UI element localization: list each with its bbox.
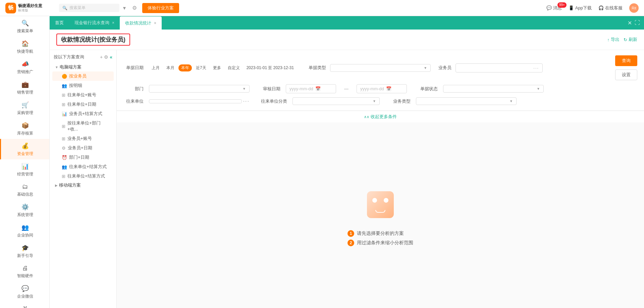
review-date-to[interactable]: yyyy-mm-dd 📅 [357,84,407,93]
sidebar-item-purchase[interactable]: 🛒 采购管理 [0,98,49,118]
tab-bank-flow[interactable]: 现金银行流水查询 × [69,16,120,30]
date-tab-this-year[interactable]: 本年 [178,64,192,71]
tree-child-salesperson-account[interactable]: ⊞ 业务员+账号 [52,134,114,143]
tree-child-salesperson-settlement[interactable]: 📊 业务员+结算方式 [52,109,114,118]
sidebar-item-marketing[interactable]: 📣 营销推广 [0,57,49,78]
tree-mobile-parent[interactable]: ▶ 移动端方案 [52,181,114,190]
sidebar-item-label-system: 系统管理 [17,212,33,218]
tip-item-1: 1 请先选择要分析的方案 [347,230,413,237]
sidebar-item-inventory[interactable]: 📦 库存核算 [0,118,49,139]
partner-more-icon[interactable]: ··· [243,98,250,104]
add-scheme-icon[interactable]: + [100,54,103,60]
sidebar-item-member[interactable]: V 畅会员 [0,302,49,308]
sidebar-item-basics[interactable]: 🗂 基础信息 [0,180,49,200]
tree-child-salesperson-date[interactable]: ⚙ 业务员+日期 [52,143,114,153]
review-date-from[interactable]: yyyy-mm-dd 📅 [286,84,336,93]
tree-mobile-label: 移动端方案 [59,182,81,188]
query-button[interactable]: 查询 [615,55,637,66]
sidebar-item-wechat-biz[interactable]: 💬 企业微信 [0,281,49,302]
doc-type-select[interactable]: ▼ [330,64,431,72]
user-avatar[interactable]: Rit [629,3,639,13]
sidebar-item-search-menu[interactable]: 🔍 搜索菜单 [0,16,49,37]
doc-status-select[interactable]: ▼ [443,85,544,93]
search-box[interactable]: 🔍 搜索菜单 [59,4,119,12]
dept-select[interactable]: ▼ [149,85,250,93]
export-button[interactable]: ↑ 导出 [607,37,620,43]
refresh-button[interactable]: ↻ 刷新 [624,37,637,43]
tree-child-dept-date[interactable]: ⏰ 部门+日期 [52,153,114,162]
marketing-icon: 📣 [21,60,29,68]
tree-child-label-partner-account: 往来单位+账号 [67,92,96,98]
finance-icon: 💰 [21,142,29,150]
salesperson-date-icon: ⚙ [62,146,66,151]
filter-area: 单据日期 上月 本月 本年 近7天 更多 自定义 2023-01-01 至 20… [117,50,644,111]
date-tab-7days[interactable]: 近7天 [193,64,209,71]
maximize-icon[interactable]: ⛶ [635,20,640,26]
sidebar-item-quick-nav[interactable]: 🏠 快捷导航 [0,37,49,57]
tree-child-label-partner-dept: 按往来单位+部门+收... [67,120,111,132]
top-bar: 畅 畅捷通好生意 标准版 🔍 搜索菜单 ▼ ⚙ 体验行业方案 💬 消息 99+ … [0,0,644,16]
sidebar-item-system[interactable]: ⚙️ 系统管理 [0,200,49,220]
nav-down-arrow[interactable]: ▼ [122,5,127,11]
tree-desktop-section: ▼ 电脑端方案 🟠 按业务员 👥 按明细 ⊞ 往来单位+账号 [50,63,116,181]
salesperson-more-icon[interactable]: ··· [533,65,539,70]
scheme-settings-icon[interactable]: ⚙ [104,54,108,60]
partner-settlement1-icon: 👥 [62,164,67,169]
date-tab-more[interactable]: 更多 [210,64,224,71]
tree-child-partner-date[interactable]: ⊞ 往来单位+日期 [52,100,114,109]
date-tab-custom[interactable]: 自定义 [225,64,243,71]
tab-bank-flow-close[interactable]: × [112,20,114,25]
tree-child-by-detail[interactable]: 👥 按明细 [52,81,114,90]
salesperson-select[interactable]: ··· [455,63,543,72]
logo-badge: 标准版 [18,8,42,12]
page-title: 收款情况统计(按业务员) [56,34,130,46]
settings-button[interactable]: 设置 [615,69,637,80]
sidebar-item-smart-hw[interactable]: 🖨 智能硬件 [0,261,49,281]
tree-child-label-partner-date: 往来单位+日期 [67,101,96,107]
trial-button[interactable]: 体验行业方案 [142,3,179,13]
tree-child-label-partner-settlement1: 往来单位+结算方式 [69,164,107,170]
collapse-chevron-icon: ∧∧ [364,115,369,119]
tree-desktop-parent[interactable]: ▼ 电脑端方案 [52,63,114,71]
message-item[interactable]: 💬 消息 99+ [546,5,562,11]
tab-home[interactable]: 首页 [50,16,69,30]
tip-text-2: 用过滤条件来缩小分析范围 [357,240,413,246]
tree-child-partner-settlement1[interactable]: 👥 往来单位+结算方式 [52,162,114,171]
partner-dept-rec-icon: ⊞ [62,124,65,129]
enterprise-icon: 👥 [21,224,29,231]
panel-header: 按以下方案查询 + ⚙ « [50,54,116,63]
collapse-panel-icon[interactable]: « [110,54,112,60]
export-icon: ↑ [607,37,610,42]
sidebar-item-operations[interactable]: 📊 经营管理 [0,159,49,180]
tree-child-partner-dept-rec[interactable]: ⊞ 按往来单位+部门+收... [52,118,114,134]
close-window-icon[interactable]: ✕ [628,20,632,26]
date-tab-this-month[interactable]: 本月 [164,64,177,71]
biz-type-select[interactable]: ▼ [416,97,517,105]
tree-child-partner-account[interactable]: ⊞ 往来单位+账号 [52,90,114,100]
collapse-bar[interactable]: ∧∧ 收起更多条件 [117,111,644,122]
doc-status-label: 单据状态 [418,86,438,92]
tab-receipts[interactable]: 收款情况统计 × [120,16,162,30]
partner-select[interactable] [149,99,242,103]
sidebar-item-sales[interactable]: 💼 销售管理 [0,78,49,98]
settings-icon[interactable]: ⚙ [132,5,137,11]
sidebar-item-label-smart: 智能硬件 [17,273,33,279]
sidebar-item-enterprise[interactable]: 👥 企业协同 [0,220,49,241]
sidebar-item-guide[interactable]: 🎓 新手引导 [0,241,49,261]
filter-row-1: 单据日期 上月 本月 本年 近7天 更多 自定义 2023-01-01 至 20… [123,55,637,80]
content-area: 按以下方案查询 + ⚙ « ▼ 电脑端方案 🟠 按业务员 [50,50,644,308]
tabs-bar: 首页 现金银行流水查询 × 收款情况统计 × ✕ ⛶ [50,16,644,30]
tab-home-label: 首页 [55,20,64,26]
tree-child-by-salesperson[interactable]: 🟠 按业务员 [52,71,114,81]
app-download-item[interactable]: 📱 App下载 [569,5,592,11]
sidebar-item-finance[interactable]: 💰 资金管理 [0,139,49,159]
tree-child-partner-settlement2[interactable]: ⊞ 往来单位+结算方式 [52,171,114,181]
filter-row-2: 部门 ▼ 审核日期 yyyy-mm-dd 📅 — yyyy-mm-dd [123,84,637,93]
online-service-item[interactable]: 🎧 在线客服 [598,5,623,11]
logo-area: 畅 畅捷通好生意 标准版 [5,3,55,13]
partner-category-select[interactable]: ▼ [292,97,380,105]
tab-receipts-close[interactable]: × [154,21,156,25]
partner-settlement2-icon: ⊞ [62,174,65,179]
detail-scheme-icon: 👥 [62,83,67,88]
date-tab-last-month[interactable]: 上月 [149,64,162,71]
